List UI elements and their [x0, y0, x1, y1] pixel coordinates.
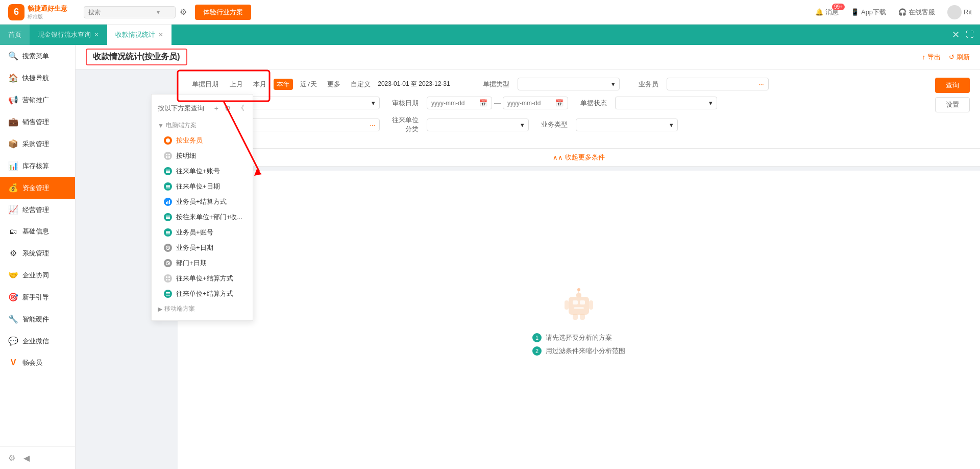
tab-collection[interactable]: 收款情况统计 ✕ — [107, 25, 172, 45]
scheme-group-desktop[interactable]: ▼ 电脑端方案 — [152, 118, 253, 133]
sidebar-settings-button[interactable]: ⚙ — [8, 453, 15, 463]
audit-to-field[interactable] — [507, 100, 553, 107]
sidebar-item-operations[interactable]: 📈 经营管理 — [0, 199, 75, 221]
calendar-icon-2: 📅 — [555, 99, 564, 107]
svg-rect-5 — [166, 170, 170, 171]
sidebar-item-finance[interactable]: 💰 资金管理 — [0, 177, 75, 199]
sidebar-item-sales[interactable]: 💼 销售管理 — [0, 111, 75, 133]
svg-rect-4 — [168, 156, 170, 158]
sidebar-item-wechat[interactable]: 💬 企业微信 — [0, 330, 75, 352]
scheme-item-icon-salesman-payment — [164, 198, 172, 206]
sidebar-item-member[interactable]: V 畅会员 — [0, 352, 75, 373]
counterpart-class-select[interactable]: ▾ — [427, 119, 529, 131]
user-avatar-area[interactable]: Rit — [947, 5, 972, 19]
trial-button[interactable]: 体验行业方案 — [195, 5, 251, 20]
scheme-item-dept-date[interactable]: 部门+日期 — [152, 255, 253, 271]
sidebar-item-enterprise[interactable]: 🤝 企业协同 — [0, 264, 75, 286]
scheme-item-unit-dept-collect[interactable]: 按往来单位+部门+收... — [152, 209, 253, 225]
tip-num-2: 2 — [532, 346, 542, 356]
sidebar-item-nav[interactable]: 🏠 快捷导航 — [0, 67, 75, 89]
svg-rect-3 — [166, 156, 167, 158]
date-btn-7days[interactable]: 近7天 — [297, 79, 320, 90]
svg-rect-9 — [166, 186, 170, 187]
refresh-button[interactable]: ↺ 刷新 — [949, 53, 970, 62]
scheme-item-salesman-date[interactable]: 业务员+日期 — [152, 240, 253, 255]
tab-close-collection[interactable]: ✕ — [158, 32, 163, 38]
date-btn-more[interactable]: 更多 — [324, 79, 344, 90]
scheme-item-salesman-payment[interactable]: 业务员+结算方式 — [152, 194, 253, 209]
scheme-item-icon-unit-dept — [164, 213, 172, 221]
collapse-bar[interactable]: ∧∧ 收起更多条件 — [178, 149, 980, 167]
scheme-item-unit-payment1[interactable]: 往来单位+结算方式 — [152, 271, 253, 286]
scheme-item-by-salesman[interactable]: 按业务员 — [152, 133, 253, 148]
chevron-down-icon-status: ▾ — [709, 99, 713, 107]
member-icon: V — [8, 358, 18, 367]
svg-rect-41 — [589, 300, 593, 310]
sidebar: 🔍 搜索菜单 🏠 快捷导航 📢 营销推广 💼 销售管理 📦 采购管理 📊 库存核… — [0, 45, 76, 469]
tab-expand[interactable]: ⛶ — [966, 30, 974, 39]
sidebar-item-purchase[interactable]: 📦 采购管理 — [0, 133, 75, 155]
scheme-add-button[interactable]: + — [212, 103, 220, 114]
scheme-item-salesman-account[interactable]: 业务员+账号 — [152, 225, 253, 240]
sidebar-item-system[interactable]: ⚙ 系统管理 — [0, 242, 75, 264]
scheme-item-icon-salesman-account — [164, 228, 172, 237]
tab-home[interactable]: 首页 — [0, 25, 30, 45]
query-button[interactable]: 查询 — [935, 78, 970, 93]
svg-rect-30 — [166, 292, 170, 293]
audit-from-field[interactable] — [431, 100, 477, 107]
refresh-icon: ↺ — [949, 53, 954, 61]
settings-icon[interactable]: ⚙ — [180, 7, 187, 17]
sidebar-item-marketing[interactable]: 📢 营销推广 — [0, 89, 75, 111]
top-search-input[interactable] — [88, 9, 155, 16]
scheme-item-unit-date[interactable]: 往来单位+日期 — [152, 179, 253, 194]
tab-close-window[interactable]: ✕ — [952, 29, 960, 40]
tab-bank[interactable]: 现金银行流水查询 ✕ — [30, 25, 107, 45]
salesman-select[interactable]: ··· — [667, 78, 769, 90]
sidebar-item-hardware[interactable]: 🔧 智能硬件 — [0, 308, 75, 330]
marketing-icon: 📢 — [8, 95, 18, 105]
svg-rect-6 — [166, 171, 170, 172]
scheme-settings-button[interactable]: ⚙ — [223, 103, 233, 114]
biz-type-select[interactable]: ▾ — [576, 119, 678, 131]
svg-rect-29 — [168, 279, 170, 280]
scheme-item-by-detail[interactable]: 按明细 — [152, 148, 253, 163]
filter-row-3: 往来单位 ··· 往来单位分类 ▾ 业务类型 ▾ — [188, 115, 970, 134]
top-search-area[interactable]: ▾ — [84, 6, 176, 18]
collapse-icon: ∧∧ — [553, 154, 563, 161]
logo-icon: 6 — [8, 4, 24, 20]
filter-settings-button[interactable]: 设置 — [935, 97, 970, 112]
scheme-item-unit-payment2[interactable]: 往来单位+结算方式 — [152, 286, 253, 301]
scheme-item-icon-unit-payment1 — [164, 274, 172, 283]
scheme-group-mobile[interactable]: ▶ 移动端方案 — [152, 301, 253, 316]
tab-close-bank[interactable]: ✕ — [94, 32, 99, 38]
sidebar-collapse-button[interactable]: ◀ — [23, 453, 30, 463]
sidebar-item-search[interactable]: 🔍 搜索菜单 — [0, 45, 75, 67]
messages-btn[interactable]: 🔔 消息 99+ — [815, 8, 839, 17]
date-btn-last-month[interactable]: 上月 — [227, 79, 246, 90]
scheme-panel-header-actions: + ⚙ 《 — [212, 103, 247, 114]
audit-date-to-input[interactable]: 📅 — [503, 97, 568, 109]
date-btn-this-month[interactable]: 本月 — [250, 79, 270, 90]
doc-type-select[interactable]: ▾ — [518, 78, 620, 90]
doc-status-select[interactable]: ▾ — [615, 97, 717, 109]
search-chevron-icon[interactable]: ▾ — [155, 9, 162, 16]
svg-line-22 — [168, 248, 169, 248]
svg-rect-7 — [166, 172, 170, 173]
export-button[interactable]: ↑ 导出 — [922, 53, 941, 62]
online-service-btn[interactable]: 🎧 在线客服 — [898, 8, 935, 17]
wechat-icon: 💬 — [8, 336, 18, 346]
dots-icon: ··· — [370, 121, 375, 129]
filter-row-2: 部门 ▾ 审核日期 📅 — 📅 — [188, 97, 970, 109]
sidebar-item-guide[interactable]: 🎯 新手引导 — [0, 286, 75, 308]
scheme-collapse-button[interactable]: 《 — [235, 103, 247, 114]
scheme-item-icon-unit-account — [164, 167, 172, 175]
sidebar-item-inventory[interactable]: 📊 库存核算 — [0, 155, 75, 177]
empty-illustration — [558, 284, 599, 325]
scheme-item-unit-account[interactable]: 往来单位+账号 — [152, 163, 253, 179]
date-btn-custom[interactable]: 自定义 — [348, 79, 374, 90]
svg-rect-16 — [166, 218, 170, 219]
sidebar-item-base[interactable]: 🗂 基础信息 — [0, 221, 75, 242]
app-download-btn[interactable]: 📱 App下载 — [851, 8, 886, 17]
audit-date-from-input[interactable]: 📅 — [427, 97, 492, 109]
date-btn-this-year[interactable]: 本年 — [274, 79, 293, 90]
